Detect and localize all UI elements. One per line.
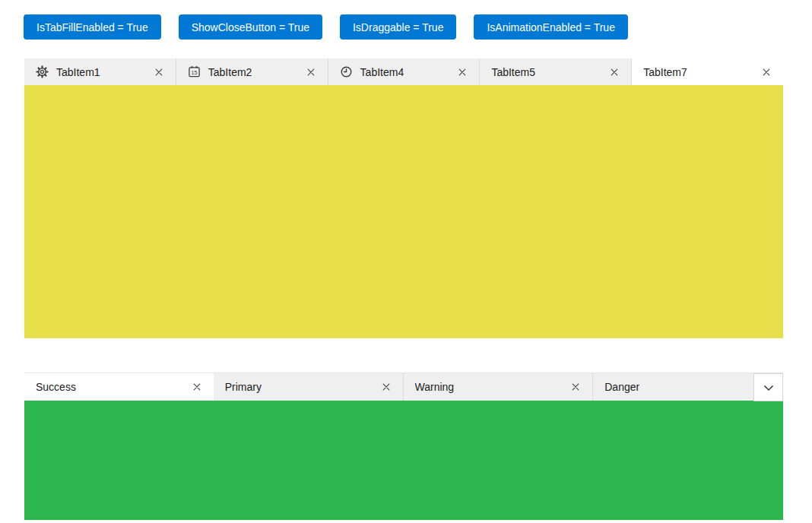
tab-item-tabitem4[interactable]: TabItem4 [328, 59, 481, 85]
calendar-icon: 15 [188, 65, 201, 78]
close-icon [570, 382, 581, 392]
svg-text:15: 15 [191, 69, 197, 76]
tab-label: TabItem7 [643, 66, 687, 78]
close-icon [192, 382, 202, 392]
tab-strip-2: SuccessPrimaryWarningDanger [24, 372, 783, 401]
tab-content-2 [24, 401, 783, 520]
option-button-0[interactable]: IsTabFillEnabled = True [24, 14, 161, 40]
clock-icon [340, 65, 353, 78]
close-tab-button[interactable] [304, 65, 318, 79]
tab-label: Success [36, 381, 76, 393]
close-icon [457, 67, 468, 78]
close-tab-button[interactable] [379, 380, 393, 394]
tab-content-1 [24, 85, 783, 338]
tab-item-success[interactable]: Success [24, 373, 214, 401]
close-icon [154, 67, 164, 78]
close-tab-button[interactable] [569, 380, 582, 394]
option-button-label: ShowCloseButton = True [192, 21, 309, 33]
tab-label: Primary [225, 381, 262, 393]
close-tab-button[interactable] [152, 65, 166, 79]
tab-overflow-button[interactable] [753, 373, 783, 401]
options-button-row: IsTabFillEnabled = TrueShowCloseButton =… [24, 14, 628, 40]
close-tab-button[interactable] [607, 65, 621, 79]
tab-label: TabItem2 [208, 66, 252, 78]
tab-item-primary[interactable]: Primary [214, 373, 404, 401]
tab-label: TabItem5 [491, 66, 535, 78]
close-tab-button[interactable] [455, 65, 469, 79]
tab-item-warning[interactable]: Warning [404, 373, 594, 401]
tab-control-2: SuccessPrimaryWarningDanger [24, 372, 783, 520]
tab-item-tabitem5[interactable]: TabItem5 [480, 59, 632, 85]
option-button-label: IsTabFillEnabled = True [36, 21, 148, 33]
tab-item-tabitem1[interactable]: TabItem1 [24, 59, 176, 85]
tab-item-tabitem2[interactable]: 15TabItem2 [176, 59, 328, 85]
chevron-down-icon [762, 381, 776, 395]
option-button-3[interactable]: IsAnimationEnabled = True [474, 14, 628, 40]
close-icon [761, 67, 772, 78]
close-icon [609, 67, 620, 78]
gear-icon [36, 65, 49, 78]
close-tab-button[interactable] [190, 380, 204, 394]
tab-control-1: TabItem115TabItem2TabItem4TabItem5TabIte… [24, 59, 783, 338]
close-icon [306, 67, 316, 78]
tab-label: TabItem1 [56, 66, 100, 78]
option-button-label: IsDraggable = True [353, 21, 443, 33]
app-window: IsTabFillEnabled = TrueShowCloseButton =… [0, 0, 812, 523]
tab-strip-1: TabItem115TabItem2TabItem4TabItem5TabIte… [24, 59, 783, 85]
tab-label: Warning [415, 381, 455, 393]
tab-label: TabItem4 [360, 66, 404, 78]
close-tab-button[interactable] [760, 65, 773, 79]
option-button-1[interactable]: ShowCloseButton = True [179, 14, 322, 40]
option-button-label: IsAnimationEnabled = True [487, 21, 615, 33]
close-icon [381, 382, 392, 392]
tab-label: Danger [604, 381, 639, 393]
option-button-2[interactable]: IsDraggable = True [340, 14, 456, 40]
tab-item-tabitem7[interactable]: TabItem7 [632, 59, 783, 85]
